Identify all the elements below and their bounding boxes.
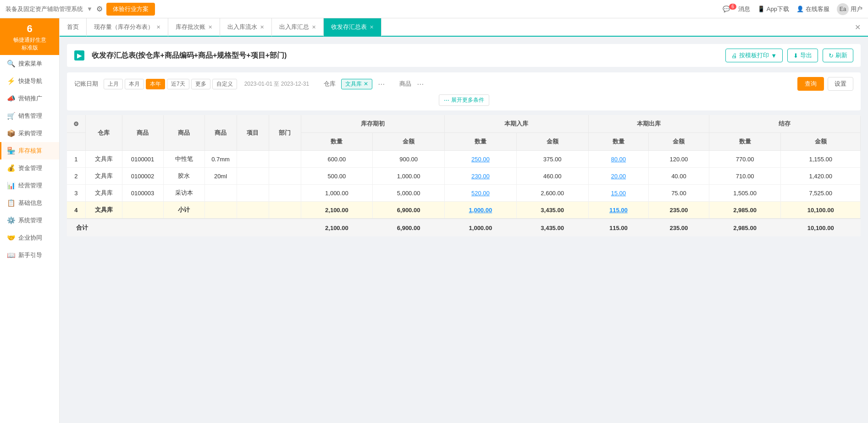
cell-begin-qty: 500.00 <box>301 168 373 185</box>
cell-bal-amt: 1,420.00 <box>781 168 861 185</box>
tab-bar-close-icon[interactable]: ✕ <box>847 23 868 32</box>
sidebar-item-operations[interactable]: 📊 经营管理 <box>0 177 59 194</box>
search-button[interactable]: 查询 <box>797 77 824 91</box>
cell-bal-qty: 2,985.00 <box>709 202 781 219</box>
cell-goods-code <box>122 202 163 219</box>
tab-receive-summary-close[interactable]: ✕ <box>370 24 374 30</box>
cell-seq: 2 <box>67 168 85 185</box>
cell-out-qty[interactable]: 80.00 <box>588 151 649 168</box>
table-row: 4文具库小计2,100.006,900.001,000.003,435.0011… <box>67 202 861 219</box>
print-button[interactable]: 🖨 按模板打印 ▼ <box>725 49 783 62</box>
sidebar-item-enterprise[interactable]: 🤝 企业协同 <box>0 229 59 247</box>
page-header: ▶ 收发存汇总表(按仓库+商品编码+商品+规格型号+项目+部门) 🖨 按模板打印… <box>67 44 861 67</box>
cell-in-qty[interactable]: 520.00 <box>445 185 517 202</box>
export-label: 导出 <box>800 51 812 60</box>
tab-stock-dist[interactable]: 现存量（库存分布表） ✕ <box>87 18 168 36</box>
sidebar-item-search[interactable]: 🔍 搜索菜单 <box>0 55 59 72</box>
warehouse-filter-label: 仓库 <box>324 80 336 88</box>
sidebar-item-basicinfo[interactable]: 📋 基础信息 <box>0 194 59 212</box>
cell-goods-spec: 20ml <box>205 168 237 185</box>
logo-number: 6 <box>4 22 55 36</box>
tab-receive-summary[interactable]: 收发存汇总表 ✕ <box>324 18 381 36</box>
cell-warehouse: 文具库 <box>85 185 122 202</box>
avatar: Ea <box>837 3 849 15</box>
footer-begin-qty: 2,100.00 <box>301 219 373 236</box>
tab-batch-label: 库存批次账 <box>176 23 205 31</box>
tab-receive-summary-label: 收发存汇总表 <box>331 23 367 31</box>
message-label: 消息 <box>738 5 750 13</box>
try-industry-button[interactable]: 体验行业方案 <box>106 3 155 16</box>
cell-in-qty[interactable]: 1,000.00 <box>445 202 517 219</box>
sidebar-label: 库存核算 <box>18 147 42 155</box>
tab-in-out-summary-close[interactable]: ✕ <box>312 24 316 30</box>
cell-begin-amt: 5,000.00 <box>373 185 445 202</box>
settings-button[interactable]: 设置 <box>828 77 853 91</box>
cell-begin-qty: 1,000.00 <box>301 185 373 202</box>
date-this-month[interactable]: 本月 <box>125 79 144 89</box>
goods-more-options[interactable]: ··· <box>417 79 424 89</box>
tab-batch[interactable]: 库存批次账 ✕ <box>168 18 220 36</box>
system-name-dropdown-icon[interactable]: ▼ <box>87 5 93 12</box>
sidebar-item-guide[interactable]: 📖 新手引导 <box>0 247 59 264</box>
sidebar-item-finance[interactable]: 💰 资金管理 <box>0 159 59 177</box>
sidebar-item-sales[interactable]: 🛒 销售管理 <box>0 107 59 125</box>
content-area: 首页 现存量（库存分布表） ✕ 库存批次账 ✕ 出入库流水 ✕ 出入库汇总 ✕ <box>60 18 868 423</box>
sidebar-item-system[interactable]: ⚙️ 系统管理 <box>0 212 59 229</box>
warehouse-tag-remove[interactable]: ✕ <box>364 81 368 87</box>
col-begin-qty: 数量 <box>301 133 373 151</box>
print-icon: 🖨 <box>731 52 737 59</box>
tab-in-out-flow[interactable]: 出入库流水 ✕ <box>220 18 272 36</box>
sidebar-item-inventory[interactable]: 🏪 库存核算 <box>0 142 59 159</box>
table-row: 1文具库0100001中性笔0.7mm600.00900.00250.00375… <box>67 151 861 168</box>
date-this-year[interactable]: 本年 <box>146 79 165 89</box>
tab-batch-close[interactable]: ✕ <box>208 24 212 30</box>
expand-filter-button[interactable]: ⋯ 展开更多条件 <box>439 94 489 106</box>
cell-goods-spec <box>205 185 237 202</box>
user-group[interactable]: Ea 用户 <box>837 3 862 15</box>
footer-bal-qty: 2,985.00 <box>709 219 781 236</box>
date-last-7-days[interactable]: 近7天 <box>167 79 189 89</box>
sidebar-item-purchase[interactable]: 📦 采购管理 <box>0 125 59 142</box>
col-bal-qty: 数量 <box>709 133 781 151</box>
sidebar-label: 采购管理 <box>18 129 42 137</box>
cell-in-qty[interactable]: 250.00 <box>445 151 517 168</box>
table-row: 2文具库0100002胶水20ml500.001,000.00230.00460… <box>67 168 861 185</box>
warehouse-more-options[interactable]: ··· <box>378 79 385 89</box>
sidebar-item-marketing[interactable]: 📣 营销推广 <box>0 90 59 107</box>
cell-out-qty[interactable]: 15.00 <box>588 185 649 202</box>
date-custom[interactable]: 自定义 <box>212 79 237 89</box>
online-service-group[interactable]: 👤 在线客服 <box>796 5 829 13</box>
sidebar-logo: 6 畅捷通好生意 标准版 <box>0 18 59 55</box>
cell-in-qty[interactable]: 230.00 <box>445 168 517 185</box>
tab-in-out-flow-close[interactable]: ✕ <box>260 24 264 30</box>
collapse-button[interactable]: ▶ <box>74 50 84 60</box>
cell-begin-amt: 6,900.00 <box>373 202 445 219</box>
cell-warehouse: 文具库 <box>85 202 122 219</box>
sidebar-label: 销售管理 <box>18 112 42 120</box>
app-download-group[interactable]: 📱 App下载 <box>757 5 789 13</box>
col-goods-spec: 商品 <box>205 115 237 151</box>
message-group[interactable]: 💬 6 消息 <box>723 5 750 13</box>
export-button[interactable]: ⬇ 导出 <box>787 49 818 62</box>
tab-in-out-summary[interactable]: 出入库汇总 ✕ <box>272 18 324 36</box>
sidebar-label: 经营管理 <box>18 181 42 190</box>
table-settings-col[interactable]: ⚙ <box>67 115 85 133</box>
cell-out-amt: 120.00 <box>649 151 709 168</box>
col-seq-placeholder <box>67 133 85 151</box>
tab-home[interactable]: 首页 <box>60 18 87 36</box>
footer-out-qty: 115.00 <box>588 219 649 236</box>
date-last-month[interactable]: 上月 <box>104 79 123 89</box>
filter-row: 记账日期 上月 本月 本年 近7天 更多 自定义 2023-01-01 至 20… <box>74 77 853 91</box>
tab-home-label: 首页 <box>67 23 79 31</box>
cell-goods-code: 0100001 <box>122 151 163 168</box>
tab-stock-dist-close[interactable]: ✕ <box>156 24 160 30</box>
date-more[interactable]: 更多 <box>191 79 210 89</box>
cell-out-qty[interactable]: 115.00 <box>588 202 649 219</box>
cell-begin-amt: 1,000.00 <box>373 168 445 185</box>
top-bar-left: 装备及固定资产辅助管理系统 ▼ ⚙ 体验行业方案 <box>6 3 155 16</box>
refresh-button[interactable]: ↻ 刷新 <box>823 49 853 62</box>
sidebar-item-quicknav[interactable]: ⚡ 快捷导航 <box>0 72 59 90</box>
footer-in-amt: 3,435.00 <box>516 219 588 236</box>
settings-gear-icon[interactable]: ⚙ <box>96 5 103 13</box>
cell-out-qty[interactable]: 20.00 <box>588 168 649 185</box>
